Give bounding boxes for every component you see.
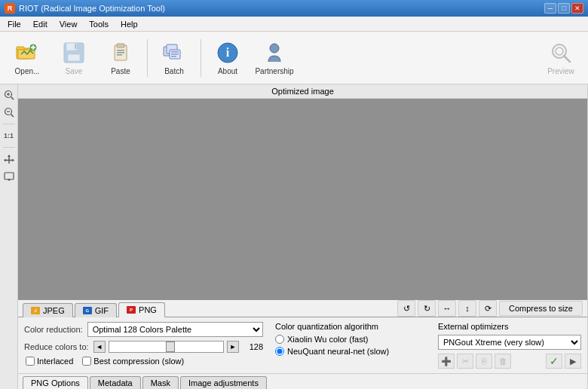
about-button[interactable]: i About — [205, 35, 250, 81]
external-optimizer-select[interactable]: PNGout Xtreme (very slow)PNGout FastOpti… — [438, 335, 581, 350]
best-compression-item: Best compression (slow) — [82, 357, 184, 366]
svg-line-33 — [11, 115, 14, 118]
paste-button[interactable]: Paste — [98, 35, 143, 81]
xiaolin-wu-label[interactable]: Xiaolin Wu color (fast) — [287, 335, 368, 344]
open-button[interactable]: Open... — [5, 35, 50, 81]
redo-button[interactable]: ↻ — [418, 300, 436, 317]
minimize-button[interactable]: ─ — [544, 3, 556, 14]
flip-h-button[interactable]: ↔ — [438, 300, 456, 317]
close-button[interactable]: ✕ — [571, 3, 583, 14]
tab-gif[interactable]: G GIF — [75, 303, 117, 317]
svg-point-23 — [270, 44, 279, 53]
menu-file[interactable]: File — [2, 18, 27, 30]
options-area: Color reduction: Optimal 128 Colors Pale… — [18, 317, 587, 373]
tab-metadata[interactable]: Metadata — [90, 376, 141, 389]
svg-rect-19 — [171, 54, 179, 55]
open-label: Open... — [15, 67, 40, 75]
png-indicator: P — [127, 306, 136, 314]
bottom-panel: J JPEG G GIF P PNG — [18, 300, 587, 389]
app-title: RIOT (Radical Image Optimization Tool) — [19, 4, 544, 13]
save-button[interactable]: Save — [51, 35, 96, 81]
format-tabs: J JPEG G GIF P PNG — [18, 300, 170, 317]
slider-thumb[interactable] — [166, 342, 175, 352]
left-toolbar: 1:1 — [0, 84, 18, 389]
slider-right-arrow[interactable]: ► — [227, 341, 239, 353]
rotate-button[interactable]: ⟳ — [479, 300, 497, 317]
reduce-colors-label: Reduce colors to: — [24, 342, 89, 351]
open-icon — [15, 41, 39, 65]
menu-tools[interactable]: Tools — [83, 18, 115, 30]
tab-mask[interactable]: Mask — [142, 376, 179, 389]
actual-size-button[interactable]: 1:1 — [2, 128, 17, 143]
slider-left-arrow[interactable]: ◄ — [93, 341, 106, 353]
delete-optimizer-button[interactable]: 🗑 — [495, 354, 511, 369]
best-compression-label[interactable]: Best compression (slow) — [93, 357, 184, 366]
tab-png[interactable]: P PNG — [118, 302, 165, 317]
partnership-button[interactable]: Partnership — [252, 35, 297, 81]
svg-rect-1 — [17, 47, 24, 50]
best-compression-checkbox[interactable] — [82, 357, 91, 366]
zoom-out-button[interactable] — [2, 105, 17, 120]
menu-edit[interactable]: Edit — [27, 18, 54, 30]
color-reduction-select[interactable]: Optimal 128 Colors PaletteOptimal 256 Co… — [87, 322, 263, 337]
neuquant-label[interactable]: NeuQuant neural-net (slow) — [287, 347, 389, 356]
preview-button[interactable]: Preview — [538, 35, 583, 81]
xiaolin-wu-radio[interactable] — [275, 335, 284, 344]
gif-indicator: G — [83, 307, 92, 314]
neuquant-radio[interactable] — [275, 347, 284, 356]
gif-label: GIF — [95, 306, 109, 315]
slider-container: ◄ ► 128 — [93, 341, 263, 353]
interlaced-item: Interlaced — [26, 357, 73, 366]
undo-button[interactable]: ↺ — [397, 300, 415, 317]
tab-image-adjustments[interactable]: Image adjustments — [180, 376, 267, 389]
move-button[interactable] — [2, 152, 17, 167]
maximize-button[interactable]: □ — [558, 3, 570, 14]
play-button[interactable]: ▶ — [565, 354, 581, 369]
toolbar-separator-1 — [147, 39, 148, 77]
bottom-tabs: PNG Options Metadata Mask Image adjustme… — [18, 373, 587, 389]
interlaced-checkbox[interactable] — [26, 357, 35, 366]
app-icon: R — [5, 3, 15, 14]
svg-rect-34 — [5, 173, 14, 179]
paste-icon — [109, 41, 133, 65]
window-controls: ─ □ ✕ — [544, 3, 583, 14]
interlaced-label[interactable]: Interlaced — [37, 357, 73, 366]
batch-button[interactable]: Batch — [152, 35, 197, 81]
svg-text:i: i — [226, 46, 230, 59]
svg-rect-9 — [75, 44, 76, 49]
zoom-in-button[interactable] — [2, 87, 17, 103]
reduce-colors-row: Reduce colors to: ◄ ► 128 — [24, 341, 263, 353]
external-optimizers-section: External optimizers PNGout Xtreme (very … — [438, 322, 581, 369]
svg-line-25 — [564, 56, 570, 62]
compress-button[interactable]: Compress to size — [499, 301, 583, 316]
menu-view[interactable]: View — [54, 18, 84, 30]
tab-jpeg[interactable]: J JPEG — [23, 303, 73, 317]
color-quant-title: Color quantization algorithm — [275, 322, 426, 331]
about-icon: i — [216, 41, 240, 65]
copy-optimizer-button[interactable]: ⎘ — [476, 354, 492, 369]
neuquant-row: NeuQuant neural-net (slow) — [275, 347, 426, 356]
add-optimizer-button[interactable]: ➕ — [438, 354, 455, 369]
image-canvas — [18, 99, 587, 300]
jpeg-indicator: J — [31, 307, 40, 314]
svg-line-30 — [11, 97, 14, 100]
batch-icon — [162, 41, 186, 65]
image-panel: Optimized image J JPEG G — [18, 84, 588, 389]
batch-label: Batch — [164, 67, 184, 75]
accept-button[interactable]: ✓ — [546, 354, 562, 369]
color-reduction-section: Color reduction: Optimal 128 Colors Pale… — [24, 322, 263, 369]
save-icon — [62, 41, 86, 65]
menu-help[interactable]: Help — [115, 18, 144, 30]
cut-optimizer-button[interactable]: ✂ — [457, 354, 473, 369]
preview-icon — [549, 41, 573, 65]
color-quantization-section: Color quantization algorithm Xiaolin Wu … — [275, 322, 426, 369]
checkbox-row: Interlaced Best compression (slow) — [24, 357, 263, 366]
main-area: 1:1 Optimized image — [0, 84, 588, 389]
xiaolin-wu-row: Xiaolin Wu color (fast) — [275, 335, 426, 344]
slider-track[interactable] — [109, 341, 224, 353]
tab-png-options[interactable]: PNG Options — [23, 376, 88, 389]
flip-v-button[interactable]: ↕ — [458, 300, 476, 317]
svg-rect-12 — [117, 50, 124, 51]
color-reduction-row: Color reduction: Optimal 128 Colors Pale… — [24, 322, 263, 337]
display-button[interactable] — [2, 169, 17, 184]
